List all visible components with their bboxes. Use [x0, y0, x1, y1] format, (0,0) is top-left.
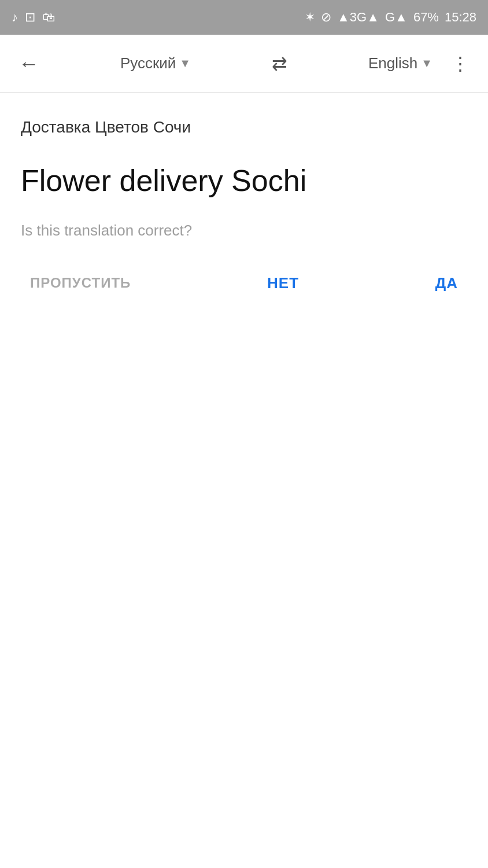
source-text: Доставка Цветов Сочи: [21, 116, 467, 138]
source-language-chevron: ▼: [179, 57, 191, 70]
translated-text: Flower delivery Sochi: [21, 161, 467, 201]
bag-icon: 🛍: [42, 10, 55, 25]
translation-content: Доставка Цветов Сочи Flower delivery Soc…: [0, 93, 488, 299]
battery-label: 67%: [413, 10, 439, 25]
status-icons-right: ✶ ⊘ ▲3G▲ G▲ 67% 15:28: [305, 10, 476, 25]
time-label: 15:28: [445, 10, 476, 25]
signal-icon: ▲3G▲: [337, 10, 379, 25]
block-icon: ⊘: [321, 10, 331, 25]
image-icon: ⊡: [25, 10, 35, 25]
bluetooth-icon: ✶: [305, 10, 315, 25]
toolbar: ← Русский ▼ ⇄ English ▼ ⋮: [0, 35, 488, 93]
gsm-icon: G▲: [385, 10, 408, 25]
more-options-button[interactable]: ⋮: [446, 50, 474, 77]
target-language-selector[interactable]: English ▼: [368, 54, 432, 72]
skip-button[interactable]: ПРОПУСТИТЬ: [25, 268, 135, 298]
status-icons-left: ♪ ⊡ 🛍: [12, 10, 55, 25]
toolbar-right: English ▼ ⋮: [368, 50, 474, 77]
swap-languages-button[interactable]: ⇄: [267, 48, 292, 79]
music-icon: ♪: [12, 10, 18, 25]
no-button[interactable]: НЕТ: [258, 267, 308, 299]
action-row: ПРОПУСТИТЬ НЕТ ДА: [21, 267, 467, 299]
source-language-label: Русский: [120, 54, 176, 72]
target-language-chevron: ▼: [421, 57, 432, 70]
target-language-label: English: [368, 54, 417, 72]
feedback-question: Is this translation correct?: [21, 222, 467, 240]
status-bar: ♪ ⊡ 🛍 ✶ ⊘ ▲3G▲ G▲ 67% 15:28: [0, 0, 488, 35]
yes-button[interactable]: ДА: [431, 267, 463, 299]
back-button[interactable]: ←: [14, 47, 44, 80]
source-language-selector[interactable]: Русский ▼: [120, 54, 191, 72]
